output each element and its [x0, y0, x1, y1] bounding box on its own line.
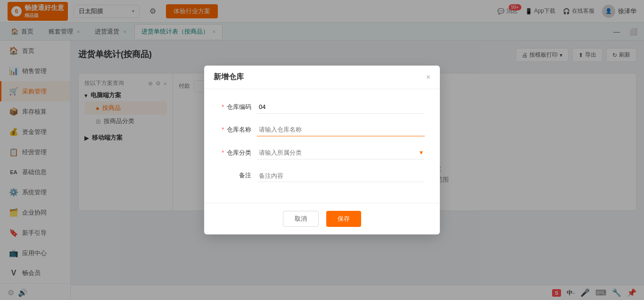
save-button[interactable]: 保存: [326, 211, 361, 227]
required-star: *: [222, 103, 224, 110]
form-row-code: * 仓库编码: [219, 100, 425, 114]
code-label: * 仓库编码: [219, 103, 257, 111]
required-star: *: [222, 149, 224, 156]
note-label: 备注: [219, 171, 257, 180]
add-warehouse-modal: 新增仓库 × * 仓库编码 * 仓库名称: [204, 66, 440, 234]
name-label: * 仓库名称: [219, 125, 257, 134]
form-row-name: * 仓库名称: [219, 123, 425, 136]
chevron-down-icon: ▾: [420, 149, 423, 156]
modal-close-button[interactable]: ×: [426, 73, 430, 82]
note-input[interactable]: [257, 169, 425, 182]
category-input[interactable]: [259, 149, 420, 156]
modal-footer: 取消 保存: [204, 203, 440, 234]
category-label: * 仓库分类: [219, 149, 257, 157]
modal-title: 新增仓库: [214, 72, 244, 82]
form-row-note: 备注: [219, 169, 425, 182]
modal-body: * 仓库编码 * 仓库名称 * 仓库分类: [204, 89, 440, 203]
code-input[interactable]: [257, 100, 425, 114]
cancel-button[interactable]: 取消: [283, 211, 319, 227]
modal-header: 新增仓库 ×: [204, 66, 440, 89]
modal-overlay[interactable]: 新增仓库 × * 仓库编码 * 仓库名称: [0, 0, 644, 300]
form-row-category: * 仓库分类 ▾: [219, 146, 425, 159]
category-select-wrap[interactable]: ▾: [257, 146, 425, 159]
required-star: *: [222, 126, 224, 133]
name-input[interactable]: [257, 123, 425, 136]
